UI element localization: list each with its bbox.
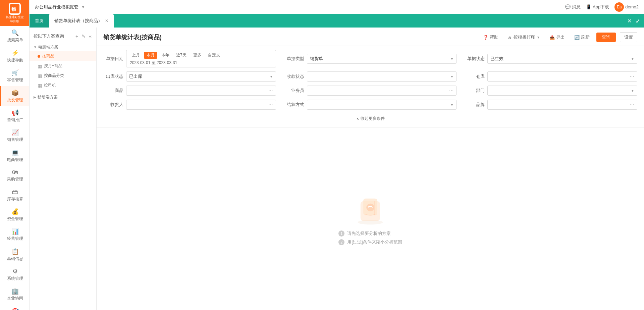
close-tab-btn[interactable]: ✕ bbox=[626, 16, 633, 25]
sidebar-item-finance[interactable]: 💰 资金管理 bbox=[0, 205, 29, 224]
date-control[interactable]: 上月 本月 本年 近7天 更多 自定义 2023-03-01 至 2023-03… bbox=[126, 50, 276, 67]
collapse-up-icon: ∧ bbox=[356, 116, 359, 121]
date-tab-7days[interactable]: 近7天 bbox=[173, 52, 189, 59]
sidebar-item-ops[interactable]: 📊 经营管理 bbox=[0, 224, 29, 244]
query-label: 查询 bbox=[602, 34, 610, 40]
tip-1-text: 请先选择要分析的方案 bbox=[347, 230, 391, 237]
refresh-icon: 🔄 bbox=[574, 35, 580, 40]
receiver-label: 收货人 bbox=[103, 102, 123, 108]
empty-tip-2: 2 用[过滤]条件来缩小分析范围 bbox=[338, 239, 402, 245]
pc-section-title[interactable]: ▼ 电脑端方案 bbox=[30, 43, 96, 51]
date-tab-last-month[interactable]: 上月 bbox=[129, 52, 143, 59]
sidebar-item-label: 企业协同 bbox=[7, 296, 23, 301]
user-area[interactable]: Ea demo2 bbox=[614, 2, 639, 12]
panel-item-month-product[interactable]: ▦ 按月+商品 bbox=[30, 61, 96, 71]
app-download-btn[interactable]: 📱 App下载 bbox=[586, 4, 609, 10]
empty-state: 1 请先选择要分析的方案 2 用[过滤]条件来缩小分析范围 bbox=[97, 128, 644, 310]
sidebar-item-stock[interactable]: 🗃 库存核算 bbox=[0, 185, 29, 205]
doc-status-control[interactable]: 已生效 ▼ bbox=[487, 54, 637, 64]
panel-header-actions: + ✎ « bbox=[75, 33, 92, 40]
print-btn[interactable]: 🖨 按模板打印 ▼ bbox=[505, 33, 543, 42]
goods-control[interactable]: ··· bbox=[126, 86, 276, 96]
panel-item-driver[interactable]: ▦ 按司机 bbox=[30, 81, 96, 90]
receiver-control[interactable]: ··· bbox=[126, 100, 276, 110]
sidebar-item-system[interactable]: ⚙ 系统管理 bbox=[0, 264, 29, 284]
grid-icon-3: ▦ bbox=[38, 83, 42, 88]
print-label: 按模板打印 bbox=[514, 34, 535, 40]
filter-salesperson: 业务员 ··· bbox=[284, 86, 457, 96]
settlement-arrow: ▼ bbox=[450, 103, 453, 107]
sidebar-item-guide[interactable]: 🎯 新手引导 bbox=[0, 304, 29, 310]
panel-item-driver-label: 按司机 bbox=[44, 83, 56, 88]
settlement-control[interactable]: ▼ bbox=[307, 100, 457, 110]
base-icon: 📋 bbox=[11, 248, 19, 255]
message-icon: 💬 bbox=[565, 4, 571, 9]
brand-control[interactable]: ··· bbox=[487, 100, 637, 110]
sidebar-item-base[interactable]: 📋 基础信息 bbox=[0, 245, 29, 264]
svg-text:畅: 畅 bbox=[11, 6, 16, 12]
date-tab-more[interactable]: 更多 bbox=[191, 52, 204, 59]
sidebar-item-label: 基础信息 bbox=[7, 256, 23, 261]
payment-control[interactable]: ▼ bbox=[307, 71, 457, 82]
grid-icon-1: ▦ bbox=[38, 63, 42, 69]
date-tab-this-year[interactable]: 本年 bbox=[159, 52, 172, 59]
sidebar-item-search[interactable]: 🔍 搜索菜单 bbox=[0, 26, 29, 46]
mobile-section-title[interactable]: ▶ 移动端方案 bbox=[30, 93, 96, 101]
out-status-control[interactable]: 已出库 ▼ bbox=[126, 71, 276, 82]
tab-home[interactable]: 首页 bbox=[30, 14, 49, 28]
settings-btn[interactable]: 设置 bbox=[620, 32, 637, 42]
right-content: 销货单统计表(按商品) ❓ 帮助 🖨 按模板打印 ▼ 📤 导出 bbox=[97, 28, 644, 310]
guide-icon: 🎯 bbox=[11, 308, 19, 310]
sidebar-item-wholesale[interactable]: 📦 批发管理 bbox=[0, 86, 29, 106]
salesperson-dots: ··· bbox=[449, 88, 453, 94]
query-btn[interactable]: 查询 bbox=[596, 33, 616, 42]
dept-control[interactable]: ▼ bbox=[487, 86, 637, 96]
filter-doc-status: 单据状态 已生效 ▼ bbox=[465, 54, 637, 64]
industry-label: 办公用品行业模拟账套 bbox=[35, 4, 78, 10]
tab-report[interactable]: 销货单统计表（按商品） ✕ bbox=[49, 14, 114, 28]
maximize-btn[interactable]: ⤢ bbox=[634, 16, 641, 25]
industry-dropdown-icon[interactable]: ▼ bbox=[81, 5, 85, 9]
panel-item-category[interactable]: ▦ 按商品分类 bbox=[30, 71, 96, 81]
sidebar-item-label: 销售管理 bbox=[7, 137, 23, 142]
avatar: Ea bbox=[614, 2, 624, 12]
topbar-left: 办公用品行业模拟账套 ▼ bbox=[35, 4, 85, 10]
sidebar-item-label: 经营管理 bbox=[7, 236, 23, 241]
collapse-btn[interactable]: ∧ 收起更多条件 bbox=[103, 114, 637, 123]
tab-close-icon[interactable]: ✕ bbox=[105, 18, 108, 23]
add-scheme-btn[interactable]: + bbox=[75, 33, 79, 40]
doc-type-control[interactable]: 销货单 ▼ bbox=[307, 54, 457, 64]
warehouse-control[interactable]: ··· bbox=[487, 71, 637, 82]
corp-icon: 🏢 bbox=[11, 288, 19, 295]
refresh-btn[interactable]: 🔄 刷新 bbox=[572, 33, 592, 42]
message-btn[interactable]: 💬 消息 bbox=[565, 4, 581, 10]
logo-area: 畅 畅捷通好生意 标账版 bbox=[0, 0, 29, 26]
export-btn[interactable]: 📤 导出 bbox=[547, 33, 568, 42]
sidebar-item-marketing[interactable]: 📢 营销推广 bbox=[0, 106, 29, 125]
sidebar-item-label: 电商管理 bbox=[7, 157, 23, 162]
salesperson-control[interactable]: ··· bbox=[307, 86, 457, 96]
sidebar: 畅 畅捷通好生意 标账版 🔍 搜索菜单 ⚡ 快捷导航 🛒 零售管理 📦 批发管理… bbox=[0, 0, 30, 310]
date-tab-custom[interactable]: 自定义 bbox=[205, 52, 223, 59]
sidebar-item-corp[interactable]: 🏢 企业协同 bbox=[0, 284, 29, 304]
empty-tip-1: 1 请先选择要分析的方案 bbox=[338, 230, 402, 237]
help-btn[interactable]: ❓ 帮助 bbox=[480, 33, 501, 42]
sidebar-item-retail[interactable]: 🛒 零售管理 bbox=[0, 66, 29, 86]
grid-icon-2: ▦ bbox=[38, 73, 42, 79]
svg-point-6 bbox=[368, 206, 369, 207]
sidebar-item-sales[interactable]: 📈 销售管理 bbox=[0, 125, 29, 145]
edit-scheme-btn[interactable]: ✎ bbox=[81, 33, 86, 40]
out-status-label: 出库状态 bbox=[103, 73, 123, 80]
filter-receiver: 收货人 ··· bbox=[103, 100, 276, 110]
settlement-label: 结算方式 bbox=[284, 102, 304, 108]
dept-arrow: ▼ bbox=[631, 89, 634, 93]
panel-item-product[interactable]: 按商品 bbox=[30, 51, 96, 61]
ops-icon: 📊 bbox=[11, 228, 19, 235]
filter-warehouse: 仓库 ··· bbox=[465, 71, 637, 82]
sidebar-item-label: 库存核算 bbox=[7, 197, 23, 201]
date-tab-this-month[interactable]: 本月 bbox=[144, 52, 157, 59]
sidebar-item-ecom[interactable]: 💻 电商管理 bbox=[0, 146, 29, 165]
sidebar-item-purchase[interactable]: 🛍 采购管理 bbox=[0, 165, 29, 185]
collapse-panel-btn[interactable]: « bbox=[88, 33, 92, 40]
sidebar-item-quick[interactable]: ⚡ 快捷导航 bbox=[0, 46, 29, 66]
